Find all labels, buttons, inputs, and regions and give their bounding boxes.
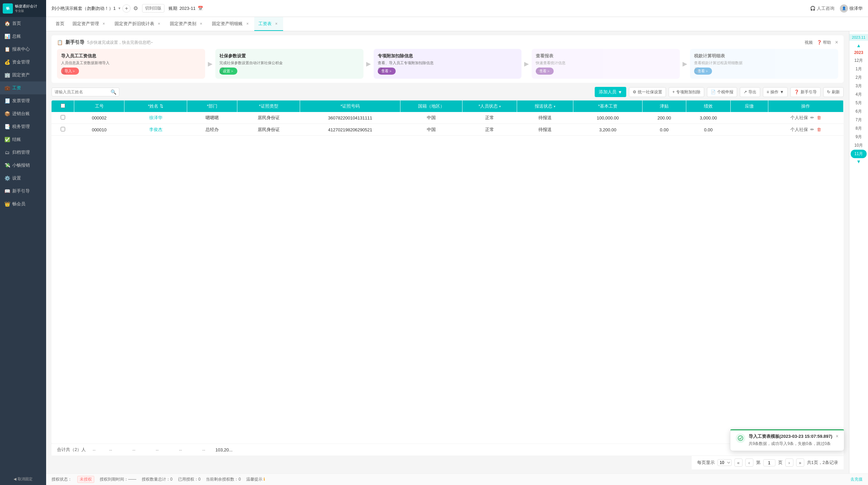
month-9[interactable]: 9月 [849, 133, 868, 141]
page-size-label: 每页显示 [697, 460, 715, 466]
tab-asset-category-close[interactable]: × [198, 21, 204, 26]
year-down-btn[interactable]: ▼ [856, 158, 861, 165]
month-6[interactable]: 6月 [849, 107, 868, 116]
tab-asset-detail-close[interactable]: × [245, 21, 250, 26]
next-page-btn[interactable]: › [785, 459, 793, 467]
month-8[interactable]: 8月 [849, 124, 868, 133]
footer-dash-2: -- [109, 447, 112, 452]
period-selector[interactable]: 账期 2023-11 📅 [169, 5, 203, 12]
sidebar-footer-unpin[interactable]: ◀ 取消固定 [0, 473, 46, 485]
special-deduction-btn[interactable]: + 专项附加扣除 [669, 87, 704, 97]
tab-asset-detail[interactable]: 固定资产明细账 × [208, 17, 254, 31]
add-person-button[interactable]: 添加人员 ▼ [595, 87, 626, 97]
month-5[interactable]: 5月 [849, 99, 868, 107]
month-12[interactable]: 12月 [849, 56, 868, 65]
row1-allowance: 200.00 [642, 112, 686, 124]
row2-social-insurance-btn[interactable]: 个人社保 [790, 127, 808, 132]
page-number-input[interactable] [763, 459, 775, 466]
row1-cert-type: 居民身份证 [237, 112, 300, 124]
month-11[interactable]: 11月 [851, 150, 867, 158]
footer-dash-4: -- [156, 447, 159, 452]
page-size-select[interactable]: 10 20 50 [717, 459, 732, 466]
sidebar-item-fixed-assets[interactable]: 🏢 固定资产 [0, 69, 46, 81]
step-arrow-1: ▶ [205, 60, 215, 68]
newbie-guide-btn[interactable]: ❓ 新手引导 [790, 87, 821, 97]
row2-edit-btn[interactable]: ✏ [810, 127, 814, 132]
row2-delete-btn[interactable]: 🗑 [817, 127, 821, 132]
sidebar-item-sales[interactable]: 📦 进销台账 [0, 107, 46, 120]
row2-checkbox[interactable] [61, 127, 65, 131]
add-account-button[interactable]: + [122, 4, 131, 13]
last-page-btn[interactable]: » [796, 459, 804, 467]
sidebar-item-closing[interactable]: ✅ 结账 [0, 133, 46, 146]
month-1[interactable]: 1月 [849, 65, 868, 73]
tab-depreciation[interactable]: 固定资产折旧统计表 × [111, 17, 166, 31]
month-10[interactable]: 10月 [849, 141, 868, 150]
guide-help-btn[interactable]: ❓ 帮助 [817, 40, 831, 45]
sidebar-item-invoices[interactable]: 🧾 发票管理 [0, 94, 46, 107]
th-checkbox [52, 100, 74, 112]
tab-asset-category[interactable]: 固定资产类别 × [166, 17, 208, 31]
tab-fixed-assets[interactable]: 固定资产管理 × [68, 17, 111, 31]
account-selector[interactable]: 刘小艳演示账套（勿删勿动！）1 ▼ [52, 5, 121, 12]
month-7[interactable]: 7月 [849, 116, 868, 124]
sidebar-item-guide[interactable]: 📖 新手引导 [0, 185, 46, 198]
period-value: 2023-11 [179, 6, 196, 11]
sidebar-item-funds[interactable]: 💰 资金管理 [0, 56, 46, 69]
tab-depreciation-close[interactable]: × [156, 21, 162, 26]
row2-apply [730, 124, 768, 136]
row1-checkbox[interactable] [61, 115, 65, 119]
add-person-dropdown-icon: ▼ [618, 90, 622, 95]
operations-label: 操作 [770, 89, 778, 95]
year-up-btn[interactable]: ▲ [856, 42, 861, 49]
consult-button[interactable]: 🎧 人工咨询 [810, 5, 834, 12]
refresh-btn[interactable]: ↻ 刷新 [823, 87, 844, 97]
sidebar-label-home: 首页 [12, 20, 21, 26]
sidebar-item-settings[interactable]: ⚙️ 设置 [0, 172, 46, 185]
search-input[interactable] [55, 90, 111, 94]
special-deduction-icon: + [672, 90, 675, 94]
social-security-btn[interactable]: ⚙ 统一社保设置 [629, 87, 666, 97]
tax-declaration-btn[interactable]: 📄 个税申报 [707, 87, 737, 97]
sidebar-item-vip[interactable]: 👑 畅会员 [0, 198, 46, 210]
row1-name-link[interactable]: 徐泽华 [149, 115, 162, 120]
tab-home[interactable]: 首页 [52, 17, 68, 31]
sidebar-item-archive[interactable]: 🗂 归档管理 [0, 146, 46, 159]
operations-btn[interactable]: ≡ 操作 ▼ [763, 87, 788, 97]
row1-delete-btn[interactable]: 🗑 [817, 115, 821, 120]
user-info[interactable]: 👤 徐泽华 [840, 4, 863, 13]
month-4[interactable]: 4月 [849, 90, 868, 99]
export-btn[interactable]: ↗ 导出 [740, 87, 760, 97]
row1-social-insurance-btn[interactable]: 个人社保 [790, 115, 808, 120]
guide-step-1: 导入员工工资信息 人员信息及工资数据新增导入 导入＞ 1 [57, 49, 205, 79]
sidebar-item-ledger[interactable]: 📊 总账 [0, 30, 46, 43]
tab-payroll-close[interactable]: × [274, 21, 279, 26]
sidebar-label-guide: 新手引导 [12, 188, 30, 194]
sidebar-item-payroll[interactable]: 💼 工资 [0, 81, 46, 94]
tax-icon: 📑 [4, 124, 10, 130]
recharge-link[interactable]: 去充值 [850, 477, 863, 482]
tab-fixed-assets-close[interactable]: × [101, 21, 106, 26]
first-page-btn[interactable]: « [734, 459, 743, 467]
sidebar-item-tax[interactable]: 📑 税务管理 [0, 120, 46, 133]
sidebar-item-expense[interactable]: 💸 小畅报销 [0, 159, 46, 172]
sidebar-label-payroll: 工资 [12, 85, 21, 91]
toast-close-btn[interactable]: × [836, 433, 839, 439]
tab-payroll[interactable]: 工资表 × [254, 17, 283, 31]
month-3[interactable]: 3月 [849, 82, 868, 90]
step-3-desc: 查看、导入员工专项附加扣除信息 [378, 60, 518, 66]
fixed-assets-icon: 🏢 [4, 72, 10, 78]
guide-close-btn[interactable]: × [835, 39, 838, 45]
row1-edit-btn[interactable]: ✏ [810, 115, 814, 120]
account-settings-button[interactable]: ⚙ [133, 5, 138, 12]
switch-version-button[interactable]: 切到旧版 [142, 4, 164, 13]
month-2[interactable]: 2月 [849, 73, 868, 82]
select-all-checkbox[interactable] [61, 104, 65, 108]
prev-page-btn[interactable]: ‹ [745, 459, 753, 467]
sales-icon: 📦 [4, 111, 10, 117]
sidebar-item-reports[interactable]: 📋 报表中心 [0, 43, 46, 56]
row2-name-link[interactable]: 李俊杰 [149, 127, 162, 132]
sidebar-label-archive: 归档管理 [12, 149, 30, 155]
guide-video-btn[interactable]: 视频 [805, 40, 813, 45]
sidebar-item-home[interactable]: 🏠 首页 [0, 17, 46, 30]
